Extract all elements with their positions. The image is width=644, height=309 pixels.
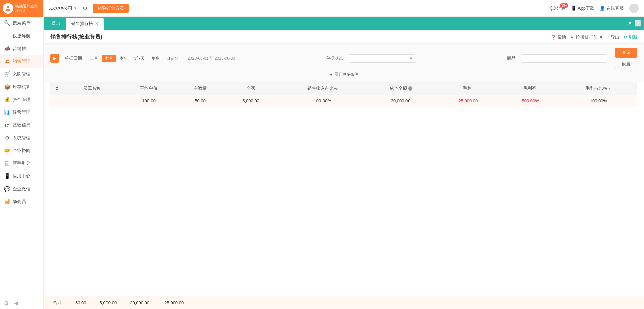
row-profit-pct: 100.00% (560, 95, 637, 107)
query-button[interactable]: 查询 (615, 48, 637, 58)
tag-icon: 🏷 (4, 59, 10, 64)
app-download-button[interactable]: 📱 App下载 (571, 5, 594, 11)
tab-sales-ranking[interactable]: 销售排行榜 ✕ (66, 18, 104, 30)
date-tab-this-month[interactable]: 本月 (102, 55, 116, 62)
row-profit: -25,000.00 (435, 95, 500, 107)
col-profit-pct: 毛利占比% ▼ (560, 82, 637, 95)
sidebar-item-app-center[interactable]: 📱 应用中心 (0, 170, 43, 183)
company-selector[interactable]: XXXXX公司 ▼ (49, 5, 77, 11)
profit-pct-sort-icon[interactable]: ▼ (608, 87, 611, 90)
folder-icon: 🗂 (4, 122, 10, 128)
print-arrow-icon: ▼ (599, 35, 603, 40)
help-button[interactable]: ❓ 帮助 (551, 34, 566, 40)
settings-button[interactable]: ⚙ (80, 4, 90, 13)
sidebar-item-label: 采购管理 (13, 71, 30, 77)
filter-expand-button[interactable]: ▶ (50, 54, 59, 63)
export-icon: ↑ (607, 35, 610, 40)
footer-total-label: 合计 (53, 300, 62, 306)
message-badge: 99+ (560, 3, 568, 8)
tab-sales-ranking-label: 销售排行榜 (71, 21, 93, 27)
cart-icon: 🛒 (4, 71, 10, 77)
sidebar-item-quick-nav[interactable]: ⌂ 快捷导航 (0, 30, 43, 42)
row-main-qty: 50.00 (177, 95, 223, 107)
sidebar-nav: 🔍 搜索菜单 ⌂ 快捷导航 📣 营销推广 🏷 销售管理 🛒 采购管理 📦 库存核… (0, 17, 43, 297)
sidebar-item-finance[interactable]: 💰 资金管理 (0, 93, 43, 106)
sidebar-item-label: 基础信息 (13, 122, 30, 128)
sidebar-item-search[interactable]: 🔍 搜索菜单 (0, 17, 43, 30)
tabbar: 首页 销售排行榜 ✕ ✕ ⬜ (44, 17, 644, 30)
app-name: 畅康通好生意 (15, 4, 38, 8)
goods-filter-input[interactable]: ··· (521, 54, 607, 63)
footer-main-qty: 50.00 (75, 300, 86, 305)
home-icon: ⌂ (4, 33, 10, 39)
sidebar-item-system[interactable]: ⚙ 系统管理 (0, 132, 43, 144)
table-body: 1 100.00 50.00 5,000.00 100.00% 30,000.0… (50, 95, 637, 107)
date-range-display: 2023-06-01 至 2023-06-30 (188, 56, 235, 61)
expand-more-button[interactable]: ▼ 展开更多条件 (50, 72, 637, 78)
tab-close-window-button[interactable]: ✕ (628, 20, 632, 27)
sidebar-item-label: 营销推广 (13, 46, 30, 52)
svg-point-0 (7, 6, 9, 8)
topbar: XXXXX公司 ▼ ⚙ 体验行业方案 💬 消息 99+ 📱 App下载 👤 在线… (44, 0, 644, 17)
sidebar-item-member[interactable]: 👑 畅会员 (0, 195, 43, 208)
user-avatar[interactable] (629, 4, 639, 13)
row-sales-pct: 100.00% (278, 95, 367, 107)
status-filter-select[interactable]: ▼ (349, 54, 416, 63)
main-area: XXXXX公司 ▼ ⚙ 体验行业方案 💬 消息 99+ 📱 App下载 👤 在线… (44, 0, 644, 309)
sidebar-item-sales[interactable]: 🏷 销售管理 (0, 55, 43, 68)
trial-button[interactable]: 体验行业方案 (93, 4, 129, 13)
sidebar-item-label: 新手引导 (13, 160, 30, 166)
date-tabs: 上月 本月 本年 近7天 更多 自定义 (87, 55, 181, 62)
settings-footer-icon[interactable]: ⚙ (4, 300, 9, 306)
date-tab-more[interactable]: 更多 (149, 55, 162, 62)
collapse-icon[interactable]: ◀ (14, 300, 18, 306)
date-tab-last-month[interactable]: 上月 (87, 55, 101, 62)
tab-home[interactable]: 首页 (46, 17, 66, 30)
refresh-button[interactable]: ↻ 刷新 (624, 34, 637, 40)
row-employee (64, 95, 121, 107)
online-service-button[interactable]: 👤 在线客服 (600, 5, 624, 11)
status-select-arrow-icon: ▼ (409, 56, 413, 61)
wechat-icon: 💬 (4, 186, 10, 192)
tab-maximize-button[interactable]: ⬜ (635, 20, 641, 27)
row-amount: 5,000.00 (223, 95, 278, 107)
date-tab-this-year[interactable]: 本年 (117, 55, 130, 62)
system-icon: ⚙ (4, 135, 10, 141)
sidebar-item-operations[interactable]: 📊 经营管理 (0, 106, 43, 119)
logo-icon (3, 3, 13, 14)
date-tab-custom[interactable]: 自定义 (164, 55, 181, 62)
money-icon: 💰 (4, 97, 10, 103)
sidebar-item-inventory[interactable]: 📦 库存核算 (0, 81, 43, 93)
sidebar-item-label: 畅会员 (13, 199, 26, 205)
col-profit: 毛利 (435, 82, 500, 95)
content-area: 销售排行榜(按业务员) ❓ 帮助 🖨 按模板打印 ▼ ↑ 导出 ↻ 刷新 (44, 30, 644, 309)
table-footer: 合计 50.00 5,000.00 30,000.00 -25,000.00 (44, 296, 644, 309)
sidebar-item-guide[interactable]: 📋 新手引导 (0, 157, 43, 170)
app-version: 标准版 (15, 9, 38, 13)
expand-down-icon: ▼ (329, 72, 333, 77)
col-sales-pct: 销售收入占比% (278, 82, 367, 95)
message-button[interactable]: 💬 消息 99+ (550, 5, 566, 11)
sidebar-item-label: 企业协同 (13, 148, 30, 154)
sidebar-item-label: 系统管理 (13, 135, 30, 141)
col-settings-icon[interactable]: ⚙ (55, 86, 59, 91)
tab-close-icon[interactable]: ✕ (95, 21, 98, 26)
filter-settings-button[interactable]: 设置 (615, 59, 637, 69)
sidebar-item-purchase[interactable]: 🛒 采购管理 (0, 68, 43, 81)
sidebar-item-wechat[interactable]: 💬 企业微信 (0, 183, 43, 195)
cost-info-icon: i (408, 86, 412, 91)
sidebar-item-basic[interactable]: 🗂 基础信息 (0, 119, 43, 132)
export-button[interactable]: ↑ 导出 (607, 34, 620, 40)
sidebar-footer: ⚙ ◀ (0, 297, 43, 309)
sidebar-item-enterprise[interactable]: 🤝 企业协同 (0, 144, 43, 157)
row-rank-col: 1 (50, 95, 64, 107)
date-tab-7days[interactable]: 近7天 (132, 55, 147, 62)
online-service-label: 在线客服 (606, 5, 624, 11)
col-main-qty: 主数量 (177, 82, 223, 95)
tab-home-label: 首页 (52, 20, 60, 26)
goods-more-icon: ··· (600, 56, 604, 61)
print-button[interactable]: 🖨 按模板打印 ▼ (570, 34, 603, 40)
sidebar-item-marketing[interactable]: 📣 营销推广 (0, 42, 43, 55)
footer-amount: 5,000.00 (100, 300, 117, 305)
sidebar: 畅康通好生意 标准版 🔍 搜索菜单 ⌂ 快捷导航 📣 营销推广 🏷 销售管理 🛒… (0, 0, 44, 309)
